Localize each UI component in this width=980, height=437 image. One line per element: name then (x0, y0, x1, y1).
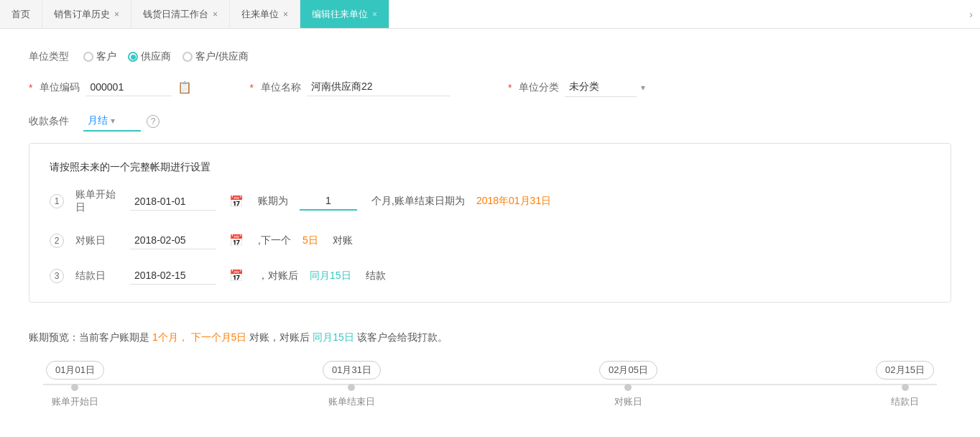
period-settings-box: 请按照未来的一个完整帐期进行设置 1 账单开始日 📅 账期为 个月,账单结束日期… (29, 143, 951, 303)
timeline-item-2: 01月31日 账单结束日 (320, 361, 384, 408)
close-tab-edit-counterparty[interactable]: × (372, 9, 377, 19)
help-icon[interactable]: ? (147, 115, 160, 128)
preview-part1: 1个月， (152, 331, 188, 343)
reconcile-day-highlight: 5日 (302, 234, 318, 247)
tab-more-button[interactable]: › (962, 0, 980, 28)
payment-chevron[interactable]: ▾ (111, 116, 115, 126)
period-num-2: 2 (50, 234, 64, 248)
unit-type-label: 单位类型 (29, 50, 69, 63)
tab-edit-counterparty[interactable]: 编辑往来单位 × (300, 0, 389, 28)
start-date-cal-icon[interactable]: 📅 (229, 195, 244, 208)
timeline-bubble-1: 01月01日 (46, 361, 104, 380)
radio-customer-supplier-circle (182, 52, 193, 62)
period-month-input[interactable] (300, 192, 357, 211)
period-num-1: 1 (50, 194, 64, 208)
unit-code-icon[interactable]: 📋 (177, 80, 192, 94)
unit-class-label: 单位分类 (519, 81, 559, 94)
timeline-item-4: 02月15日 结款日 (873, 361, 937, 408)
reconcile-date-cal-icon[interactable]: 📅 (229, 234, 244, 247)
preview-part2: 下一个月5日 (191, 331, 247, 343)
preview-label: 账期预览：当前客户账期是 (29, 331, 149, 343)
timeline-item-1: 01月01日 账单开始日 (43, 361, 107, 408)
tab-cash-work[interactable]: 钱货日清工作台 × (131, 0, 230, 28)
unit-class-group: * 单位分类 未分类 ▾ (508, 78, 694, 97)
unit-details-row: * 单位编码 📋 * 单位名称 * 单位分类 未分类 ▾ (29, 78, 951, 97)
unit-class-chevron[interactable]: ▾ (641, 83, 645, 93)
radio-supplier[interactable]: 供应商 (128, 50, 171, 63)
preview-text: 账期预览：当前客户账期是 1个月， 下一个月5日 对账，对账后 同月15日 该客… (29, 328, 951, 346)
preview-part3: 对账，对账后 (249, 331, 310, 343)
unit-name-group: * 单位名称 (249, 78, 450, 96)
payment-cond-row: 收款条件 月结 ▾ ? (29, 111, 951, 132)
period-field-label-3: 结款日 (75, 270, 119, 282)
payment-select[interactable]: 月结 ▾ (83, 111, 141, 132)
radio-supplier-circle (128, 52, 138, 62)
preview-part4: 同月15日 (313, 331, 354, 343)
tab-sales-history[interactable]: 销售订单历史 × (42, 0, 131, 28)
period-desc-1-suffix: 个月,账单结束日期为 (371, 195, 465, 208)
timeline-container: 01月01日 账单开始日 01月31日 账单结束日 02月05日 (43, 361, 937, 408)
unit-class-select[interactable]: 未分类 ▾ (565, 78, 694, 97)
period-box-title: 请按照未来的一个完整帐期进行设置 (50, 161, 930, 174)
timeline-bubble-3: 02月05日 (599, 361, 657, 380)
timeline-label-3: 对账日 (614, 395, 642, 408)
timeline-label-4: 结款日 (891, 395, 919, 408)
timeline-items: 01月01日 账单开始日 01月31日 账单结束日 02月05日 (43, 361, 937, 408)
period-desc-2-prefix: ,下一个 (258, 234, 291, 247)
payment-condition-group: 月结 ▾ ? (83, 111, 160, 132)
preview-part5: 该客户会给我打款。 (357, 331, 448, 343)
payment-date-input[interactable] (130, 267, 216, 285)
timeline-label-1: 账单开始日 (52, 395, 98, 408)
unit-type-row: 单位类型 客户 供应商 客户/供应商 (29, 50, 951, 63)
period-end-date-highlight: 2018年01月31日 (476, 195, 551, 208)
preview-section: 账期预览：当前客户账期是 1个月， 下一个月5日 对账，对账后 同月15日 该客… (29, 317, 951, 408)
reconcile-date-input[interactable] (130, 231, 216, 249)
period-desc-3-prefix: ，对账后 (258, 270, 298, 282)
tab-bar: 首页 销售订单历史 × 钱货日清工作台 × 往来单位 × 编辑往来单位 × › (0, 0, 980, 29)
timeline-bubble-4: 02月15日 (876, 361, 934, 380)
payment-cond-label: 收款条件 (29, 115, 69, 128)
radio-customer-circle (83, 52, 93, 62)
period-desc-2-suffix: 对账 (333, 234, 353, 247)
timeline-label-2: 账单结束日 (328, 395, 375, 408)
close-tab-cash-work[interactable]: × (213, 9, 218, 19)
unit-name-input[interactable] (307, 78, 450, 96)
period-row-3: 3 结款日 📅 ，对账后 同月15日 结款 (50, 267, 930, 285)
main-content: 单位类型 客户 供应商 客户/供应商 * 单位编码 📋 (0, 29, 980, 437)
payment-date-cal-icon[interactable]: 📅 (229, 269, 244, 282)
unit-type-radio-group: 客户 供应商 客户/供应商 (83, 50, 249, 63)
timeline-item-3: 02月05日 对账日 (596, 361, 660, 408)
tab-counterparty[interactable]: 往来单位 × (230, 0, 300, 28)
period-row-1: 1 账单开始日 📅 账期为 个月,账单结束日期为 2018年01月31日 (50, 188, 930, 214)
period-desc-1-prefix: 账期为 (258, 195, 288, 208)
unit-code-input[interactable] (85, 78, 172, 96)
timeline-dot-4 (902, 384, 909, 391)
payment-day-highlight: 同月15日 (310, 270, 351, 282)
timeline-dot-1 (71, 384, 78, 391)
close-tab-counterparty[interactable]: × (283, 9, 288, 19)
unit-name-label: 单位名称 (261, 81, 301, 94)
payment-value: 月结 (88, 114, 108, 127)
timeline-dot-2 (348, 384, 355, 391)
tab-home[interactable]: 首页 (0, 0, 42, 28)
unit-class-value: 未分类 (565, 78, 637, 97)
period-field-label-2: 对账日 (75, 234, 119, 247)
period-row-2: 2 对账日 📅 ,下一个 5日 对账 (50, 231, 930, 249)
timeline-dot-3 (624, 384, 632, 391)
radio-customer[interactable]: 客户 (83, 50, 116, 63)
unit-code-label: 单位编码 (40, 81, 80, 94)
timeline-bubble-2: 01月31日 (323, 361, 381, 380)
radio-customer-supplier[interactable]: 客户/供应商 (182, 50, 249, 63)
period-field-label-1: 账单开始日 (75, 188, 119, 214)
period-num-3: 3 (50, 269, 64, 283)
period-desc-3-suffix: 结款 (366, 270, 386, 282)
start-date-input[interactable] (130, 193, 216, 211)
unit-code-group: * 单位编码 📋 (29, 78, 192, 96)
close-tab-sales-history[interactable]: × (114, 9, 119, 19)
